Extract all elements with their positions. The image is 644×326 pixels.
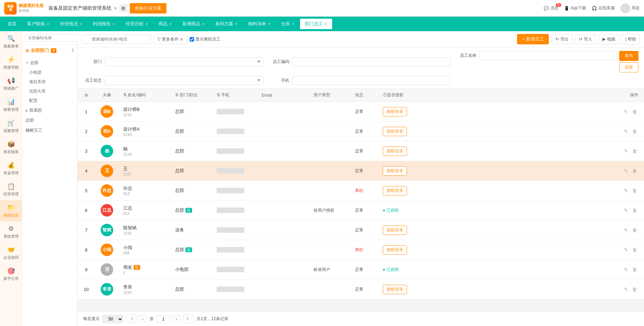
- nav-item-home[interactable]: 首页: [3, 19, 21, 29]
- filter-status-select[interactable]: [105, 76, 264, 85]
- edit-btn[interactable]: ✎: [623, 227, 629, 234]
- auth-login-btn[interactable]: 授权登录: [383, 285, 407, 294]
- export-btn[interactable]: ↻ 导出: [552, 34, 572, 44]
- nav-item-operation[interactable]: 经营情况 ✕: [55, 19, 87, 29]
- edit-btn[interactable]: ✎: [623, 108, 629, 115]
- edit-btn[interactable]: ✎: [623, 167, 629, 174]
- filter-empcode-input[interactable]: [292, 57, 451, 66]
- nav-close-bom[interactable]: ✕: [267, 22, 271, 26]
- dept-node-shuang[interactable]: ▶ 双底想: [22, 105, 77, 115]
- edit-btn[interactable]: ✎: [623, 148, 629, 155]
- sidebar-item-guide[interactable]: 🎯 新手引导: [0, 264, 22, 285]
- th-phone[interactable]: ⇅ 手机: [212, 89, 257, 102]
- delete-btn[interactable]: 🗑: [631, 266, 638, 273]
- more-btn[interactable]: | 帮助: [622, 34, 640, 44]
- edit-btn[interactable]: ✎: [623, 266, 629, 273]
- search-btn[interactable]: 查询: [619, 51, 638, 61]
- auth-login-btn[interactable]: 授权登录: [383, 226, 407, 235]
- next-page-btn[interactable]: ›: [173, 315, 181, 323]
- filter-phone-input[interactable]: [292, 76, 451, 85]
- nav-item-warehouse[interactable]: 仓库 ✕: [276, 19, 299, 29]
- first-page-btn[interactable]: 《: [126, 315, 136, 323]
- th-settings[interactable]: ⚙: [78, 89, 95, 102]
- edit-btn[interactable]: ✎: [623, 286, 629, 293]
- nav-close-dept[interactable]: ✕: [324, 22, 327, 26]
- sidebar-item-sales[interactable]: 📊 销售管理: [0, 95, 22, 116]
- sidebar-item-purchase[interactable]: 🛒 采购管理: [0, 116, 22, 137]
- nav-item-customer[interactable]: 客户联络 ✕: [22, 19, 54, 29]
- app-download-btn[interactable]: 📱 App下载: [564, 5, 586, 11]
- sidebar-item-business[interactable]: 📋 经营管理: [0, 179, 22, 200]
- sidebar-item-inventory[interactable]: 📦 库存核算: [0, 137, 22, 158]
- trial-button[interactable]: 体验行业方案: [130, 3, 166, 14]
- sidebar-item-collab[interactable]: 🤝 企业协同: [0, 243, 22, 264]
- nav-item-dept[interactable]: 部门员工 ✕: [300, 19, 332, 29]
- view-btn[interactable]: ▶ 视频: [599, 34, 619, 44]
- th-auth[interactable]: ①是否授权: [379, 89, 420, 102]
- delete-btn[interactable]: 🗑: [631, 286, 638, 293]
- auth-login-btn[interactable]: 授权登录: [383, 107, 407, 116]
- delete-btn[interactable]: 🗑: [631, 167, 638, 174]
- dept-collapse-btn[interactable]: 《: [69, 47, 74, 54]
- edit-btn[interactable]: ✎: [623, 246, 629, 253]
- sidebar-item-finance[interactable]: 💰 资金管理: [0, 158, 22, 179]
- settings-icon-btn[interactable]: ⚙: [119, 4, 128, 12]
- user-avatar-btn[interactable]: 用友: [620, 3, 640, 13]
- nav-close-goods[interactable]: ✕: [169, 22, 172, 26]
- message-icon-btn[interactable]: 💬 消息 5: [544, 5, 559, 11]
- nav-item-history[interactable]: 经营历程 ✕: [121, 19, 153, 29]
- delete-btn[interactable]: 🗑: [631, 207, 638, 214]
- set-btn[interactable]: 设置: [619, 62, 638, 72]
- more-filter-btn[interactable]: ▽ 更多条件 ∧: [154, 34, 187, 44]
- nav-close-customer[interactable]: ✕: [46, 22, 49, 26]
- auth-login-btn[interactable]: 授权登录: [383, 127, 407, 136]
- th-dept[interactable]: ⇅ 部门/职位: [171, 89, 212, 102]
- delete-btn[interactable]: 🗑: [631, 128, 638, 135]
- edit-btn[interactable]: ✎: [623, 207, 629, 214]
- auth-login-btn[interactable]: 授权登录: [383, 147, 407, 156]
- filter-empname-input[interactable]: [479, 51, 616, 60]
- dept-child-xiaodian[interactable]: 小电部: [22, 68, 77, 77]
- nav-item-add-goods[interactable]: 新增商品 ✕: [178, 19, 210, 29]
- prev-page-btn[interactable]: ‹: [139, 315, 147, 323]
- nav-item-bom[interactable]: 物料清单 ✕: [243, 19, 275, 29]
- add-employee-btn[interactable]: + 新增员工: [517, 34, 548, 44]
- dept-node-nan[interactable]: 楠树王三: [22, 125, 77, 135]
- nav-item-barcode[interactable]: 条码方案 ✕: [210, 19, 243, 29]
- last-page-btn[interactable]: 》: [183, 315, 194, 323]
- nav-close-history[interactable]: ✕: [145, 22, 148, 26]
- nav-close-profit[interactable]: ✕: [112, 22, 115, 26]
- sidebar-item-system[interactable]: ⚙ 系统管理: [0, 221, 22, 243]
- system-title-dropdown[interactable]: ▼: [114, 6, 117, 10]
- delete-btn[interactable]: 🗑: [631, 246, 638, 253]
- dept-all-header[interactable]: ⊞ 全部部门 7 《: [22, 45, 77, 56]
- delete-btn[interactable]: 🗑: [631, 108, 638, 115]
- dept-child-project[interactable]: 项目库房: [22, 77, 77, 87]
- auth-login-btn[interactable]: 授权登录: [383, 245, 407, 255]
- dept-node-head[interactable]: ▼ 总部: [22, 58, 77, 68]
- auth-login-btn[interactable]: 授权登录: [383, 186, 407, 195]
- delete-btn[interactable]: 🗑: [631, 148, 638, 155]
- nav-close-operation[interactable]: ✕: [79, 22, 82, 26]
- nav-close-add-goods[interactable]: ✕: [202, 22, 205, 26]
- resigned-checkbox-input[interactable]: [190, 37, 194, 42]
- nav-item-goods[interactable]: 商品 ✕: [154, 19, 177, 29]
- auth-login-btn[interactable]: 授权登录: [383, 166, 407, 176]
- page-number-input[interactable]: [156, 315, 170, 323]
- sidebar-item-marketing[interactable]: 📢 营销推广: [0, 73, 22, 95]
- dept-child-peihuo[interactable]: 配货: [22, 96, 77, 105]
- sidebar-item-nav[interactable]: ⚡ 快捷导航: [0, 52, 22, 73]
- per-page-select[interactable]: 50 100: [102, 315, 123, 323]
- edit-btn[interactable]: ✎: [623, 187, 629, 194]
- delete-btn[interactable]: 🗑: [631, 187, 638, 194]
- sidebar-item-search[interactable]: 🔍 搜索菜单: [0, 31, 22, 52]
- nav-item-profit[interactable]: 利润报告 ✕: [88, 19, 120, 29]
- th-name-code[interactable]: ⇅ 姓名/编码: [119, 89, 171, 102]
- nav-close-warehouse[interactable]: ✕: [291, 22, 294, 26]
- filter-dept-select[interactable]: [105, 57, 264, 66]
- online-service-btn[interactable]: 🎧 在线客服: [592, 5, 615, 11]
- nav-close-barcode[interactable]: ✕: [235, 22, 238, 26]
- edit-btn[interactable]: ✎: [623, 128, 629, 135]
- show-resigned-checkbox[interactable]: 显示离职员工: [190, 36, 220, 42]
- import-btn[interactable]: ↺ 导入: [575, 34, 596, 44]
